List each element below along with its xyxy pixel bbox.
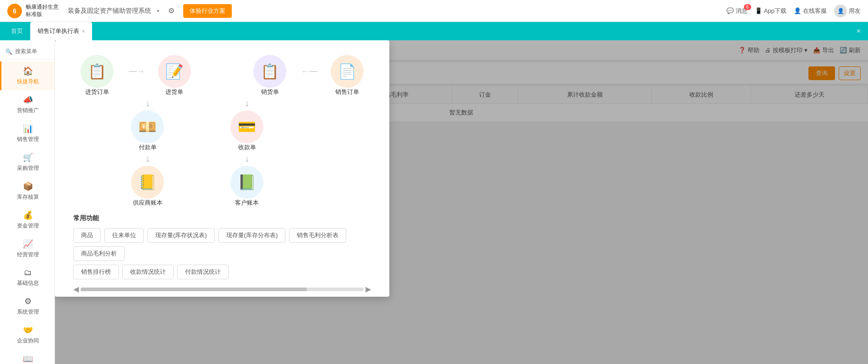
func-btn-goods-profit[interactable]: 商品毛利分析 <box>73 246 125 261</box>
func-btn-stock-status[interactable]: 现存量(库存状况表) <box>147 228 215 243</box>
scrollbar-thumb <box>81 288 307 291</box>
search-icon: 🔍 <box>5 49 12 55</box>
operations-icon: 📈 <box>23 239 33 249</box>
receipt-icon: 💳 <box>238 118 256 136</box>
func-buttons-row-1: 商品 往来单位 现存量(库存状况表) 现存量(库存分布表) 销售毛利分析表 商品… <box>73 228 371 261</box>
func-btn-payment-stats[interactable]: 付款情况统计 <box>177 265 229 279</box>
flow-receipt[interactable]: 💳 收款单 <box>230 110 263 152</box>
sidebar-item-operations[interactable]: 📈 经营管理 <box>0 234 55 263</box>
flow-supplier-ledger[interactable]: 📒 供应商账本 <box>131 166 164 207</box>
receipt-circle: 💳 <box>230 110 263 143</box>
system-title: 装备及固定资产辅助管理系统 <box>68 7 151 15</box>
modal-box: 📋 进货订单 - - - - → 📝 进货单 <box>55 40 389 297</box>
user-item[interactable]: 👤 用友 <box>834 5 861 17</box>
sidebar-item-enterprise[interactable]: 🤝 企业协同 <box>0 321 55 349</box>
download-icon: 📱 <box>755 7 762 14</box>
logo-area: 6 畅康通好生意 标准版 <box>7 4 62 18</box>
sidebar-item-sales[interactable]: 📊 销售管理 <box>0 119 55 148</box>
payment-circle: 💴 <box>131 110 164 143</box>
sales-slip-label: 销货单 <box>261 88 279 96</box>
payment-label: 付款单 <box>139 143 157 152</box>
logo-text: 畅康通好生意 标准版 <box>26 4 59 18</box>
scrollbar-track[interactable] <box>81 288 364 291</box>
message-icon: 💬 <box>726 7 734 14</box>
home-icon: 🏠 <box>23 66 33 76</box>
content-area: ❓ 帮助 🖨 按模板打印 ▾ 📤 导出 🔄 刷新 <box>55 40 868 364</box>
header-right: 💬 消息 6 📱 App下载 👤 在线客服 👤 用友 <box>726 5 861 17</box>
func-btn-counterparty[interactable]: 往来单位 <box>104 228 144 243</box>
sales-slip-icon: 📋 <box>261 63 279 80</box>
func-btn-goods[interactable]: 商品 <box>73 228 101 243</box>
sidebar-item-inventory[interactable]: 📦 库存核算 <box>0 177 55 206</box>
sidebar-item-finance[interactable]: 💰 资金管理 <box>0 206 55 234</box>
message-icon-item[interactable]: 💬 消息 6 <box>726 7 748 15</box>
purchase-slip-circle: 📝 <box>158 55 191 88</box>
user-avatar: 👤 <box>834 5 847 17</box>
sales-slip-circle: 📋 <box>253 55 286 88</box>
sidebar-item-quick-nav[interactable]: 🏠 快捷导航 <box>0 61 55 90</box>
purchase-order-icon: 📋 <box>88 63 106 80</box>
flow-payment[interactable]: 💴 付款单 <box>131 110 164 152</box>
supplier-ledger-label: 供应商账本 <box>133 199 163 207</box>
app-download-label: App下载 <box>764 7 786 15</box>
flow-purchase-order[interactable]: 📋 进货订单 <box>81 55 114 96</box>
customer-ledger-label: 客户账本 <box>235 199 259 207</box>
guide-icon: 📖 <box>23 354 33 364</box>
flow-customer-ledger[interactable]: 📗 客户账本 <box>230 166 263 207</box>
sales-order-circle: 📄 <box>331 55 364 88</box>
purchase-slip-label: 进货单 <box>165 88 183 96</box>
func-btn-sales-profit[interactable]: 销售毛利分析表 <box>289 228 346 243</box>
finance-icon: 💰 <box>23 210 33 220</box>
tab-close-icon[interactable]: × <box>82 28 85 34</box>
func-btn-receipt-stats[interactable]: 收款情况统计 <box>122 265 174 279</box>
sidebar: 🔍 搜索菜单 🏠 快捷导航 📣 营销推广 📊 销售管理 🛒 采购管理 📦 库存核… <box>0 40 55 364</box>
close-all-tabs-icon[interactable]: × <box>853 27 864 35</box>
flow-purchase-slip[interactable]: 📝 进货单 <box>158 55 191 96</box>
sidebar-item-purchase[interactable]: 🛒 采购管理 <box>0 148 55 177</box>
scroll-left-icon[interactable]: ◀ <box>73 285 79 293</box>
sales-icon: 📊 <box>23 124 33 134</box>
tab-home[interactable]: 首页 <box>4 22 30 40</box>
sidebar-item-system[interactable]: ⚙ 系统管理 <box>0 292 55 321</box>
sidebar-item-marketing[interactable]: 📣 营销推广 <box>0 90 55 119</box>
trial-button[interactable]: 体验行业方案 <box>183 4 232 18</box>
arrow-down-receipt: ↓ <box>245 153 249 164</box>
inventory-icon: 📦 <box>23 181 33 191</box>
top-header: 6 畅康通好生意 标准版 装备及固定资产辅助管理系统 ▾ ⚙ 体验行业方案 💬 … <box>0 0 868 22</box>
arrow-h-1: - - - - → <box>128 66 143 86</box>
system-dropdown-btn[interactable]: ▾ <box>157 8 159 14</box>
modal-scrollbar[interactable]: ◀ ▶ <box>73 285 371 293</box>
online-service-item[interactable]: 👤 在线客服 <box>794 7 827 15</box>
common-functions-section: 常用功能 商品 往来单位 现存量(库存状况表) 现存量(库存分布表) 销售毛利分… <box>73 214 371 279</box>
arrow-h-2: ← - - - - <box>301 66 316 86</box>
flow-row-1: 📋 进货订单 - - - - → 📝 进货单 <box>73 55 371 96</box>
func-btn-stock-dist[interactable]: 现存量(库存分布表) <box>218 228 286 243</box>
settings-icon-btn[interactable]: ⚙ <box>165 5 178 17</box>
flow-row-2: ↓ ↓ <box>73 98 371 109</box>
arrow-down-purchase: ↓ <box>145 98 150 109</box>
arrow-down-sales: ↓ <box>245 98 249 109</box>
search-menu-item[interactable]: 🔍 搜索菜单 <box>0 44 55 60</box>
sales-order-label: 销售订单 <box>335 88 359 96</box>
scroll-right-icon[interactable]: ▶ <box>366 285 371 293</box>
payment-icon: 💴 <box>138 118 157 136</box>
enterprise-icon: 🤝 <box>23 325 33 335</box>
app-download-item[interactable]: 📱 App下载 <box>755 7 786 15</box>
flow-row-5: 📒 供应商账本 📗 客户账本 <box>73 166 371 207</box>
receipt-label: 收款单 <box>238 143 256 152</box>
tab-sales-order[interactable]: 销售订单执行表 × <box>30 22 92 40</box>
flow-row-3: 💴 付款单 💳 收款单 <box>73 110 371 152</box>
func-buttons-row-2: 销售排行榜 收款情况统计 付款情况统计 <box>73 265 371 279</box>
common-functions-title: 常用功能 <box>73 214 371 223</box>
basics-icon: 🗂 <box>24 268 32 277</box>
sales-order-icon: 📄 <box>338 63 356 80</box>
sidebar-item-basics[interactable]: 🗂 基础信息 <box>0 263 55 292</box>
nav-tabs: 首页 销售订单执行表 × × <box>0 22 868 40</box>
flow-sales-order[interactable]: 📄 销售订单 <box>331 55 364 96</box>
flow-sales-slip[interactable]: 📋 销货单 <box>253 55 286 96</box>
message-badge: 6 <box>744 4 751 10</box>
modal-overlay[interactable]: 📋 进货订单 - - - - → 📝 进货单 <box>55 40 868 364</box>
system-icon: ⚙ <box>24 296 32 306</box>
func-btn-sales-rank[interactable]: 销售排行榜 <box>73 265 119 279</box>
sidebar-item-guide[interactable]: 📖 新手引导 <box>0 349 55 364</box>
